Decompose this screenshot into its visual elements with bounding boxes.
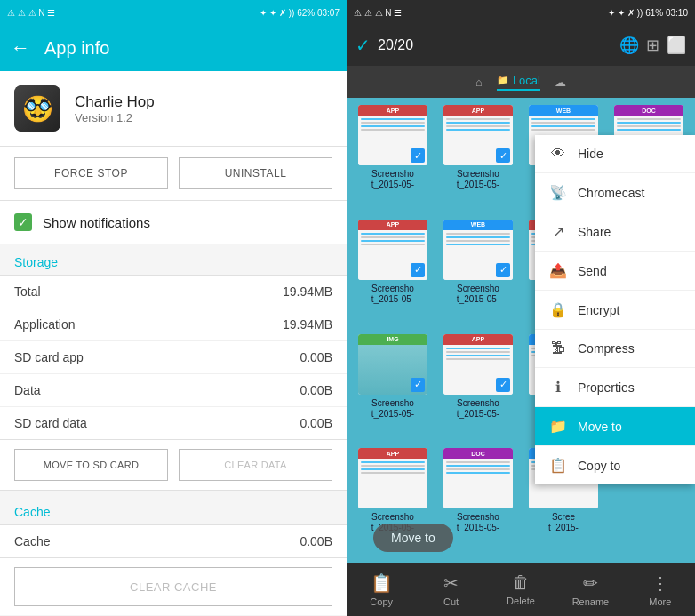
rename-icon: ✏ <box>583 572 598 594</box>
file-thumbnail: DOC <box>443 448 513 508</box>
context-item-share[interactable]: ↗ Share <box>535 212 695 252</box>
context-item-copyto[interactable]: 📋 Copy to <box>535 446 695 484</box>
check-icon: ✓ <box>18 215 28 229</box>
more-label: More <box>649 596 671 607</box>
select-all-check[interactable]: ✓ <box>355 35 371 56</box>
rename-label: Rename <box>572 596 610 607</box>
nav-delete[interactable]: 🗑 Delete <box>486 572 555 606</box>
clear-cache-button[interactable]: CLEAR CACHE <box>14 567 332 606</box>
properties-icon: ℹ <box>549 379 567 396</box>
file-thumbnail: APP ✓ <box>443 105 513 165</box>
file-thumbnail: APP ✓ <box>443 334 513 395</box>
file-item[interactable]: APP ✓ Screenshot_2015-05- <box>354 105 432 212</box>
context-item-send[interactable]: 📤 Send <box>535 252 695 291</box>
file-item[interactable]: APP ✓ Screenshot_2015-05- <box>354 220 432 327</box>
grid-icon[interactable]: ⊞ <box>646 36 659 55</box>
context-item-chromecast[interactable]: 📡 Chromecast <box>535 173 695 212</box>
file-name: Screenshot_2015-05- <box>457 398 499 420</box>
app-icon: 🥸 <box>14 85 60 132</box>
app-details: Charlie Hop Version 1.2 <box>75 93 155 124</box>
app-name: Charlie Hop <box>75 93 155 111</box>
file-item[interactable]: WEB ✓ Screenshot_2015-05- <box>439 220 517 327</box>
moveto-label: Move to <box>578 420 622 434</box>
hide-label: Hide <box>578 147 603 161</box>
file-name: Screenshot_2015-05- <box>457 169 499 190</box>
local-label: Local <box>513 74 540 87</box>
bottom-nav: 📋 Copy ✂ Cut 🗑 Delete ✏ Rename ⋮ More <box>347 563 695 616</box>
context-item-properties[interactable]: ℹ Properties <box>535 368 695 407</box>
status-icons-right-left: ⚠ ⚠ ⚠ N ☰ <box>354 8 402 18</box>
status-icons-right-right: ✦ ✦ ✗ )) 61% 03:10 <box>608 8 688 18</box>
right-panel: ⚠ ⚠ ⚠ N ☰ ✦ ✦ ✗ )) 61% 03:10 ✓ 20/20 🌐 ⊞… <box>347 0 695 616</box>
globe-icon[interactable]: 🌐 <box>619 36 639 55</box>
file-thumbnail: WEB ✓ <box>443 220 513 280</box>
context-item-encrypt[interactable]: 🔒 Encrypt <box>535 291 695 330</box>
file-item[interactable]: IMG ✓ Screenshot_2015-05- <box>354 334 432 442</box>
delete-label: Delete <box>507 596 535 606</box>
back-button[interactable]: ← <box>11 36 30 60</box>
chromecast-icon: 📡 <box>549 184 567 201</box>
app-info-header: 🥸 Charlie Hop Version 1.2 <box>0 71 347 147</box>
context-menu: 👁 Hide 📡 Chromecast ↗ Share 📤 Send 🔒 Enc… <box>535 135 695 484</box>
notification-row[interactable]: ✓ Show notifications <box>0 201 347 244</box>
more-icon: ⋮ <box>651 572 669 594</box>
storage-buttons: MOVE TO SD CARD CLEAR DATA <box>0 440 347 491</box>
nav-more[interactable]: ⋮ More <box>626 572 695 607</box>
cut-label: Cut <box>443 596 459 607</box>
app-version: Version 1.2 <box>75 111 155 124</box>
local-icon: 📁 <box>497 75 509 86</box>
file-name: Screenshot_2015-05- <box>457 512 499 533</box>
clear-cache-wrap: CLEAR CACHE <box>0 558 347 615</box>
file-thumbnail: APP ✓ <box>358 105 427 165</box>
force-stop-button[interactable]: FORCE STOP <box>14 157 168 189</box>
delete-icon: 🗑 <box>512 572 530 593</box>
notification-label: Show notifications <box>43 215 150 230</box>
hide-icon: 👁 <box>549 146 567 162</box>
compress-icon: 🗜 <box>549 340 567 356</box>
cache-row: Cache 0.00B <box>0 524 347 558</box>
storage-row-total: Total 19.94MB <box>0 276 347 308</box>
file-item[interactable]: APP ✓ Screenshot_2015-05- <box>439 105 517 212</box>
move-to-sd-button[interactable]: MOVE TO SD CARD <box>14 449 168 481</box>
clear-data-button[interactable]: CLEAR DATA <box>179 449 332 481</box>
compress-label: Compress <box>578 341 635 356</box>
status-bar-left: ⚠ ⚠ ⚠ N ☰ ✦ ✦ ✗ )) 62% 03:07 <box>0 0 347 25</box>
app-bar: ← App info <box>0 25 347 71</box>
nav-copy[interactable]: 📋 Copy <box>347 572 416 607</box>
file-name: Screenshot_2015-05- <box>371 284 414 305</box>
local-tab[interactable]: 📁 Local <box>497 74 540 91</box>
uninstall-button[interactable]: UNINSTALL <box>179 157 332 189</box>
properties-label: Properties <box>578 380 635 395</box>
select-icon[interactable]: ⬜ <box>667 36 686 55</box>
action-buttons: FORCE STOP UNINSTALL <box>0 147 347 201</box>
context-item-moveto[interactable]: 📁 Move to <box>535 407 695 446</box>
nav-cut[interactable]: ✂ Cut <box>416 572 485 607</box>
copyto-icon: 📋 <box>549 457 567 474</box>
file-item[interactable]: APP ✓ Screenshot_2015-05- <box>439 334 517 442</box>
context-item-compress[interactable]: 🗜 Compress <box>535 330 695 368</box>
storage-row-application: Application 19.94MB <box>0 308 347 341</box>
file-thumbnail: IMG ✓ <box>358 334 427 395</box>
chromecast-label: Chromecast <box>578 186 644 200</box>
storage-row-sdcard-data: SD card data 0.00B <box>0 407 347 439</box>
encrypt-icon: 🔒 <box>549 301 567 318</box>
cache-section-header: Cache <box>0 494 347 524</box>
file-thumbnail: APP ✓ <box>358 220 427 280</box>
send-label: Send <box>578 264 607 278</box>
encrypt-label: Encrypt <box>578 303 619 317</box>
status-icons-left: ⚠ ⚠ ⚠ N ☰ <box>7 8 55 18</box>
status-bar-right: ⚠ ⚠ ⚠ N ☰ ✦ ✦ ✗ )) 61% 03:10 <box>347 0 695 25</box>
storage-row-data: Data 0.00B <box>0 374 347 407</box>
storage-row-sdcard-app: SD card app 0.00B <box>0 341 347 374</box>
context-item-hide[interactable]: 👁 Hide <box>535 135 695 173</box>
cloud-icon[interactable]: ☁ <box>555 76 566 89</box>
file-name: Screenshot_2015-05- <box>457 284 499 305</box>
copy-icon: 📋 <box>371 572 393 594</box>
notification-checkbox[interactable]: ✓ <box>14 213 32 231</box>
send-icon: 📤 <box>549 262 567 279</box>
nav-rename[interactable]: ✏ Rename <box>555 572 625 607</box>
app-bar-title: App info <box>44 38 109 59</box>
home-icon[interactable]: ⌂ <box>475 76 483 89</box>
share-label: Share <box>578 225 611 239</box>
file-name: Screenshot_2015-05- <box>371 169 414 190</box>
